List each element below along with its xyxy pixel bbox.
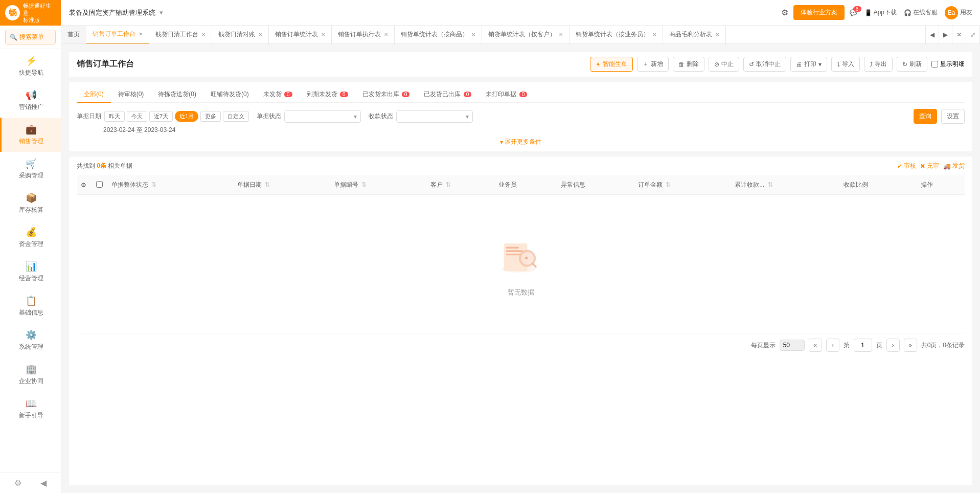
date-filter-label: 单据日期 bbox=[77, 112, 101, 121]
tab-next-button[interactable]: ▶ bbox=[939, 26, 952, 44]
col-settings[interactable]: ⚙ bbox=[77, 175, 92, 195]
user-action[interactable]: Ea 用友 bbox=[945, 6, 972, 19]
status-select[interactable] bbox=[284, 110, 361, 123]
tab-close-gross-profit[interactable]: ✕ bbox=[715, 32, 719, 37]
tab-cash-daily[interactable]: 钱货日清工作台 ✕ bbox=[149, 26, 212, 44]
sidebar-item-finance[interactable]: 💰 资金管理 bbox=[0, 220, 61, 255]
show-detail-label[interactable]: 显示明细 bbox=[931, 60, 965, 69]
last-page-button[interactable]: » bbox=[904, 339, 917, 352]
sidebar-item-system[interactable]: ⚙️ 系统管理 bbox=[0, 323, 61, 357]
date-today[interactable]: 今天 bbox=[127, 111, 147, 122]
query-button[interactable]: 查询 bbox=[914, 109, 937, 124]
filter-tab-all[interactable]: 全部(0) bbox=[77, 87, 111, 103]
tab-close-cargo-customer[interactable]: ✕ bbox=[559, 32, 563, 37]
filter-tab-shipped-out[interactable]: 已发货已出库 0 bbox=[417, 87, 478, 103]
sort-amount-icon[interactable]: ⇅ bbox=[666, 181, 671, 188]
filter-tab-shipped-not-out[interactable]: 已发货未出库 0 bbox=[355, 87, 417, 103]
sort-date-icon[interactable]: ⇅ bbox=[265, 181, 270, 188]
filter-tab-pending-inspect[interactable]: 待拣货送货(0) bbox=[151, 87, 203, 103]
stop-button[interactable]: ⊘ 中止 bbox=[709, 57, 739, 72]
tab-prev-button[interactable]: ◀ bbox=[926, 26, 939, 44]
tab-cargo-product[interactable]: 销货单统计表（按商品） ✕ bbox=[395, 26, 482, 44]
tab-close-sales-stats[interactable]: ✕ bbox=[321, 32, 325, 37]
tab-sales-exec[interactable]: 销售订单执行表 ✕ bbox=[332, 26, 395, 44]
page-size-select[interactable]: 20 50 100 bbox=[780, 340, 805, 351]
sidebar-item-enterprise[interactable]: 🏢 企业协同 bbox=[0, 357, 61, 392]
tab-close-cash-daily[interactable]: ✕ bbox=[201, 32, 206, 37]
prev-page-button[interactable]: ‹ bbox=[826, 339, 839, 352]
tab-close-sales-exec[interactable]: ✕ bbox=[384, 32, 388, 37]
page-input[interactable] bbox=[854, 339, 872, 352]
sidebar-item-guide[interactable]: 📖 新手引导 bbox=[0, 392, 61, 426]
tab-sales-stats[interactable]: 销售订单统计表 ✕ bbox=[269, 26, 332, 44]
sort-number-icon[interactable]: ⇅ bbox=[361, 181, 367, 188]
sidebar-item-basic[interactable]: 📋 基础信息 bbox=[0, 289, 61, 323]
tab-close-cash-reconcile[interactable]: ✕ bbox=[258, 32, 262, 37]
filter-row: 单据日期 昨天 今天 近7天 近1月 更多 自定义 单据状态 bbox=[77, 109, 965, 124]
app-download-action[interactable]: 📱 App下载 bbox=[864, 8, 897, 17]
page-of-label: 页 bbox=[876, 341, 882, 350]
show-detail-checkbox[interactable] bbox=[931, 61, 938, 68]
settings-filter-button[interactable]: 设置 bbox=[941, 109, 965, 124]
tab-close-cargo-staff[interactable]: ✕ bbox=[652, 32, 656, 37]
tab-cargo-staff[interactable]: 销货单统计表（按业务员） ✕ bbox=[569, 26, 663, 44]
settings-icon[interactable]: ⚙ bbox=[781, 8, 788, 17]
sort-customer-icon[interactable]: ⇅ bbox=[446, 181, 451, 188]
date-yesterday[interactable]: 昨天 bbox=[104, 111, 125, 122]
sidebar-item-purchase[interactable]: 🛒 采购管理 bbox=[0, 152, 61, 186]
collapse-sidebar-button[interactable]: ◀ bbox=[40, 478, 47, 488]
filter-tab-not-shipped[interactable]: 未发货 0 bbox=[256, 87, 300, 103]
next-page-button[interactable]: › bbox=[886, 339, 900, 352]
delete-button[interactable]: 🗑 删除 bbox=[673, 57, 704, 72]
sidebar-item-marketing[interactable]: 📢 营销推广 bbox=[0, 83, 61, 118]
filter-tab-pending-review[interactable]: 待审核(0) bbox=[111, 87, 151, 103]
sort-status-icon[interactable]: ⇅ bbox=[151, 181, 156, 188]
settings-bottom-button[interactable]: ⚙ bbox=[14, 478, 21, 488]
smart-create-button[interactable]: ✦ 智能生单 bbox=[590, 57, 633, 72]
cancel-review-toolbar-button[interactable]: ✖ 充审 bbox=[920, 162, 939, 170]
tab-home[interactable]: 首页 bbox=[61, 26, 86, 44]
sort-collected-icon[interactable]: ⇅ bbox=[768, 181, 773, 188]
sidebar-item-operations[interactable]: 📊 经营管理 bbox=[0, 255, 61, 289]
marketing-icon: 📢 bbox=[26, 89, 37, 101]
tab-gross-profit[interactable]: 商品毛利分析表 ✕ bbox=[663, 26, 726, 44]
search-menu-button[interactable]: 🔍 搜索菜单 bbox=[5, 30, 56, 44]
date-1month[interactable]: 近1月 bbox=[175, 111, 198, 122]
tab-close-all-button[interactable]: ✕ bbox=[952, 26, 966, 44]
filter-tab-not-printed[interactable]: 未打印单据 0 bbox=[478, 87, 534, 103]
col-checkbox[interactable] bbox=[92, 175, 107, 195]
expand-more-button[interactable]: ▾ 展开更多条件 bbox=[500, 138, 541, 146]
tab-sales-workbench[interactable]: 销售订单工作台 ✕ bbox=[86, 26, 149, 44]
print-button[interactable]: 🖨 打印 ▾ bbox=[790, 57, 827, 72]
date-custom[interactable]: 自定义 bbox=[223, 111, 249, 122]
plus-icon: ＋ bbox=[643, 60, 649, 69]
ship-toolbar-button[interactable]: 🚚 发货 bbox=[943, 162, 965, 170]
first-page-button[interactable]: « bbox=[809, 339, 822, 352]
online-service-action[interactable]: 🎧 在线客服 bbox=[904, 8, 938, 17]
message-action[interactable]: 💬 6 bbox=[850, 9, 857, 16]
new-button[interactable]: ＋ 新增 bbox=[637, 57, 669, 72]
sidebar-item-quick-nav[interactable]: ⚡ 快捷导航 bbox=[0, 49, 61, 83]
filter-tab-overdue[interactable]: 到期未发货 0 bbox=[300, 87, 355, 103]
solution-button[interactable]: 体验行业方案 bbox=[793, 5, 845, 20]
tab-cargo-customer[interactable]: 销货单统计表（按客户） ✕ bbox=[482, 26, 569, 44]
tab-close-cargo-product[interactable]: ✕ bbox=[471, 32, 475, 37]
tab-maximize-button[interactable]: ⤢ bbox=[966, 26, 980, 44]
tab-close-sales-workbench[interactable]: ✕ bbox=[139, 31, 143, 37]
select-all-checkbox[interactable] bbox=[96, 181, 103, 188]
filter-tab-wangpu[interactable]: 旺铺待发货(0) bbox=[203, 87, 256, 103]
tab-cash-reconcile[interactable]: 钱货日清对账 ✕ bbox=[212, 26, 269, 44]
cancel-stop-button[interactable]: ↺ 取消中止 bbox=[743, 57, 786, 72]
refresh-button[interactable]: ↻ 刷新 bbox=[897, 57, 927, 72]
date-7days[interactable]: 近7天 bbox=[149, 111, 173, 122]
import-button[interactable]: ⤵ 导入 bbox=[831, 57, 860, 72]
status-select-wrap bbox=[284, 110, 361, 123]
logo-icon: 畅 bbox=[5, 5, 20, 20]
sidebar-item-inventory[interactable]: 📦 库存核算 bbox=[0, 186, 61, 220]
review-toolbar-button[interactable]: ✔ 审核 bbox=[897, 162, 916, 170]
receipt-select[interactable] bbox=[396, 110, 473, 123]
empty-text: 暂无数据 bbox=[508, 288, 534, 297]
date-more[interactable]: 更多 bbox=[200, 111, 221, 122]
sidebar-item-sales[interactable]: 💼 销售管理 bbox=[0, 118, 61, 152]
export-button[interactable]: ⤴ 导出 bbox=[864, 57, 893, 72]
